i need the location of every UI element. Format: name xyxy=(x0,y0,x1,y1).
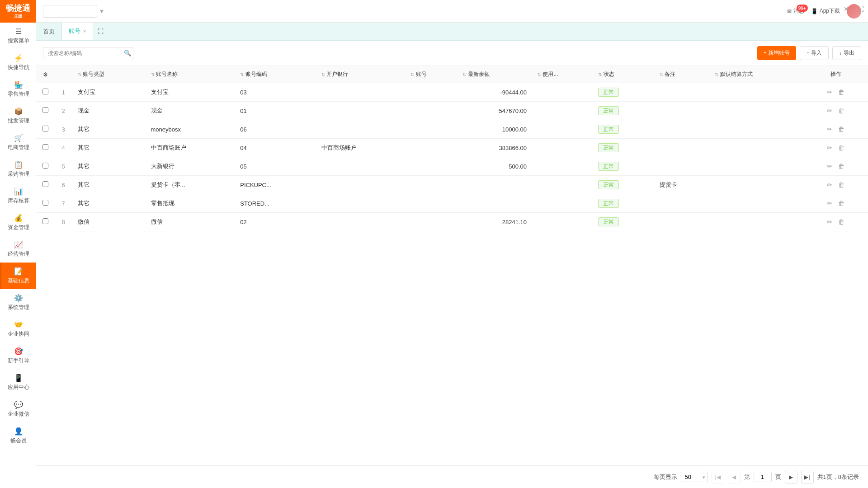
delete-button-3[interactable]: 🗑 xyxy=(836,143,847,153)
sidebar-item-member[interactable]: 👤 畅会员 xyxy=(0,422,36,449)
edit-button-2[interactable]: ✏ xyxy=(825,124,835,134)
row-check-2[interactable] xyxy=(42,126,48,131)
window-expand-button[interactable]: ⛶ xyxy=(854,2,868,16)
sidebar-item-label: 快捷导航 xyxy=(8,64,29,70)
sidebar-item-new-guide[interactable]: 🎯 新手引导 xyxy=(0,343,36,369)
account-search-button[interactable]: 🔍 xyxy=(120,47,133,59)
row-checkbox-0[interactable] xyxy=(36,83,54,102)
edit-button-7[interactable]: ✏ xyxy=(825,217,835,227)
sidebar-item-enterprise-wechat[interactable]: 💬 企业微信 xyxy=(0,396,36,422)
sidebar-item-label: 批发管理 xyxy=(8,117,29,124)
window-close-button[interactable]: ✕ xyxy=(839,2,854,16)
row-checkbox-2[interactable] xyxy=(36,120,54,139)
col-type-header[interactable]: ⇅ 账号类型 xyxy=(72,66,146,83)
delete-button-0[interactable]: 🗑 xyxy=(836,87,847,97)
sidebar-item-shortcut-nav[interactable]: ⚡ 快捷导航 xyxy=(0,49,36,76)
account-search-box: 🔍 xyxy=(43,47,133,59)
delete-button-7[interactable]: 🗑 xyxy=(836,217,847,227)
sidebar-item-system-mgmt[interactable]: ⚙️ 系统管理 xyxy=(0,289,36,316)
row-checkbox-1[interactable] xyxy=(36,102,54,120)
row-code-2: 06 xyxy=(235,120,316,139)
sidebar-item-basic-info[interactable]: 📝 基础信息 xyxy=(0,263,36,289)
row-check-0[interactable] xyxy=(42,89,48,94)
message-button[interactable]: ✉ 消息 99+ xyxy=(787,7,804,15)
col-account-header[interactable]: ⇅ 账号 xyxy=(405,66,457,83)
row-actions-7: ✏ 🗑 xyxy=(803,213,868,231)
page-next-button[interactable]: ▶ xyxy=(785,471,797,483)
sort-icon: ⇅ xyxy=(660,72,663,77)
delete-button-4[interactable]: 🗑 xyxy=(836,161,847,171)
tab-expand-button[interactable]: ⛶ xyxy=(93,23,108,40)
row-check-7[interactable] xyxy=(42,218,48,224)
table-row: 8 微信 微信 02 28241.10 正常 ✏ 🗑 xyxy=(36,213,868,231)
import-button[interactable]: ↑ 导入 xyxy=(800,46,829,60)
edit-button-5[interactable]: ✏ xyxy=(825,180,835,190)
delete-button-5[interactable]: 🗑 xyxy=(836,180,847,190)
page-label: 第 xyxy=(744,473,750,481)
row-account-6 xyxy=(405,194,457,213)
edit-button-1[interactable]: ✏ xyxy=(825,106,835,116)
row-code-7: 02 xyxy=(235,213,316,231)
sidebar-item-ecommerce-mgmt[interactable]: 🛒 电商管理 xyxy=(0,129,36,156)
col-usage-header[interactable]: ⇅ 使用... xyxy=(532,66,593,83)
sidebar-item-label: 资金管理 xyxy=(8,224,29,230)
page-last-button[interactable]: ▶| xyxy=(801,471,814,483)
export-button[interactable]: ↓ 导出 xyxy=(832,46,861,60)
new-account-button[interactable]: + 新增账号 xyxy=(757,46,796,60)
tab-account[interactable]: 账号 × xyxy=(62,23,93,40)
sidebar-item-label: 畅会员 xyxy=(10,437,27,444)
page-size-select[interactable]: 50 100 xyxy=(681,472,708,482)
row-check-5[interactable] xyxy=(42,181,48,187)
page-input[interactable] xyxy=(754,472,772,482)
row-checkbox-5[interactable] xyxy=(36,176,54,194)
col-code-header[interactable]: ⇅ 账号编码 xyxy=(235,66,316,83)
page-first-button[interactable]: |◀ xyxy=(712,471,724,483)
sidebar-item-enterprise-agreement[interactable]: 🤝 企业协同 xyxy=(0,316,36,343)
sidebar-item-operations-mgmt[interactable]: 📈 经营管理 xyxy=(0,236,36,263)
tab-home[interactable]: 首页 xyxy=(36,23,62,40)
sidebar-item-capital-mgmt[interactable]: 💰 资金管理 xyxy=(0,209,36,236)
edit-button-6[interactable]: ✏ xyxy=(825,198,835,208)
sidebar-item-search-menu[interactable]: ☰ 搜索菜单 xyxy=(0,23,36,49)
sidebar-item-purchase-mgmt[interactable]: 📋 采购管理 xyxy=(0,156,36,183)
edit-button-3[interactable]: ✏ xyxy=(825,143,835,153)
row-checkbox-3[interactable] xyxy=(36,139,54,157)
row-checkbox-6[interactable] xyxy=(36,194,54,213)
row-usage-1 xyxy=(532,102,593,120)
sidebar-item-retail-mgmt[interactable]: 🏪 零售管理 xyxy=(0,76,36,103)
tab-close-icon[interactable]: × xyxy=(83,28,86,34)
capital-icon: 💰 xyxy=(4,214,34,222)
sidebar-item-inventory-calc[interactable]: 📊 库存核算 xyxy=(0,183,36,209)
col-status-header[interactable]: ⇅ 状态 xyxy=(593,66,654,83)
content-header: 🔍 + 新增账号 ↑ 导入 ↓ 导出 xyxy=(36,41,868,66)
sort-icon: ⇅ xyxy=(321,72,325,77)
delete-button-6[interactable]: 🗑 xyxy=(836,198,847,208)
row-account-1 xyxy=(405,102,457,120)
enterprise-icon: 🤝 xyxy=(4,320,34,329)
col-payment-header[interactable]: ⇅ 默认结算方式 xyxy=(709,66,803,83)
row-checkbox-7[interactable] xyxy=(36,213,54,231)
col-note-header[interactable]: ⇅ 备注 xyxy=(654,66,709,83)
row-check-6[interactable] xyxy=(42,200,48,206)
col-bank-header[interactable]: ⇅ 开户银行 xyxy=(316,66,406,83)
row-check-4[interactable] xyxy=(42,163,48,169)
topbar-dropdown-icon[interactable]: ▾ xyxy=(100,7,104,15)
page-prev-button[interactable]: ◀ xyxy=(728,471,741,483)
row-checkbox-4[interactable] xyxy=(36,157,54,176)
delete-button-2[interactable]: 🗑 xyxy=(836,124,847,134)
col-balance-header[interactable]: ⇅ 最新余额 xyxy=(457,66,532,83)
edit-button-0[interactable]: ✏ xyxy=(825,87,835,97)
edit-button-4[interactable]: ✏ xyxy=(825,161,835,171)
sidebar-item-app-center[interactable]: 📱 应用中心 xyxy=(0,369,36,396)
account-search-input[interactable] xyxy=(43,48,120,59)
row-account-3 xyxy=(405,139,457,157)
row-check-3[interactable] xyxy=(42,144,48,150)
row-check-1[interactable] xyxy=(42,107,48,113)
row-note-0 xyxy=(654,83,709,102)
col-settings[interactable]: ⚙ xyxy=(36,66,54,83)
topbar-search-input[interactable] xyxy=(43,5,97,18)
app-download-button[interactable]: 📱 App下载 xyxy=(811,7,840,15)
delete-button-1[interactable]: 🗑 xyxy=(836,106,847,116)
sidebar-item-wholesale-mgmt[interactable]: 📦 批发管理 xyxy=(0,103,36,129)
col-name-header[interactable]: ⇅ 账号名称 xyxy=(146,66,235,83)
